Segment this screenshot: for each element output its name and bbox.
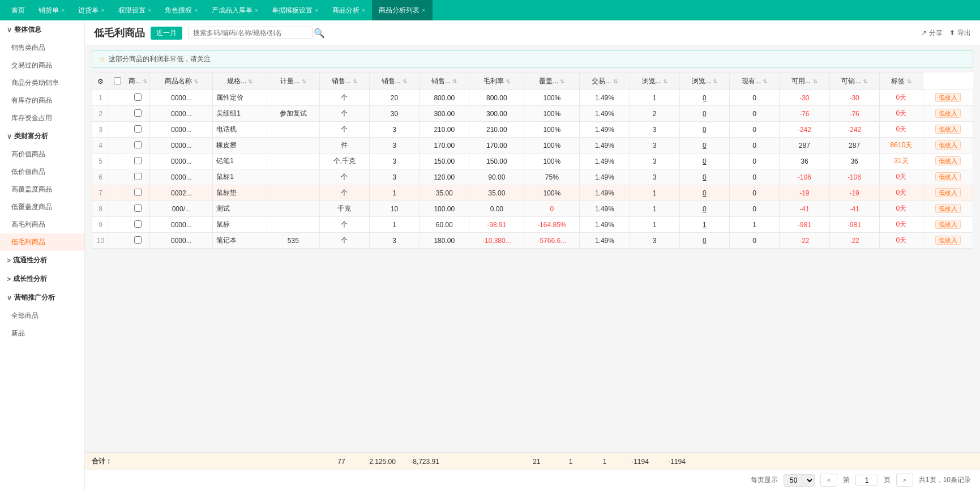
views2-col-header[interactable]: 浏览... ⇅ <box>679 73 729 90</box>
sidebar-item-category-sales-rate[interactable]: 商品分类助销率 <box>0 74 84 92</box>
search-input[interactable] <box>188 27 313 39</box>
close-icon[interactable]: × <box>315 7 318 14</box>
share-button[interactable]: ↗ 分享 <box>921 28 943 38</box>
sidebar-group-overall[interactable]: ∨ 整体信息 <box>0 20 84 39</box>
views1-link[interactable]: 0 <box>703 237 707 245</box>
next-page-button[interactable]: ＞ <box>896 474 913 487</box>
close-icon[interactable]: × <box>422 7 425 14</box>
checkbox-col-header[interactable] <box>109 73 126 90</box>
name-col-header[interactable]: 商品名称 ⇅ <box>150 73 213 90</box>
views1-link[interactable]: 0 <box>703 110 707 118</box>
tag-col-header[interactable]: 标签 ⇅ <box>879 73 923 90</box>
checkbox-cell[interactable] <box>126 233 150 249</box>
row-checkbox[interactable] <box>134 109 142 117</box>
sidebar-item-low-coverage[interactable]: 低覆盖度商品 <box>0 198 84 216</box>
sidebar-group-marketing[interactable]: ∨ 营销推广分析 <box>0 288 84 307</box>
checkbox-cell[interactable] <box>126 90 150 106</box>
nav-template-settings[interactable]: 单据模板设置 × <box>265 0 325 20</box>
views1-cell[interactable]: 0 <box>679 169 729 185</box>
views1-cell[interactable]: 0 <box>679 138 729 154</box>
unit-col-header[interactable]: 计量... ⇅ <box>267 73 320 90</box>
views1-cell[interactable]: 0 <box>679 201 729 217</box>
close-icon[interactable]: × <box>255 7 258 14</box>
sidebar-item-high-coverage[interactable]: 高覆盖度商品 <box>0 181 84 198</box>
sidebar-group-circulation[interactable]: > 流通性分析 <box>0 251 84 270</box>
row-checkbox[interactable] <box>134 220 142 228</box>
page-size-select[interactable]: 50 100 200 <box>784 474 815 487</box>
row-checkbox[interactable] <box>134 93 142 101</box>
checkbox-cell[interactable] <box>126 217 150 233</box>
nav-role-auth[interactable]: 角色授权 × <box>158 0 204 20</box>
checkbox-cell[interactable] <box>126 201 150 217</box>
checkbox-cell[interactable] <box>126 106 150 122</box>
prev-page-button[interactable]: ＜ <box>820 474 837 487</box>
row-checkbox[interactable] <box>134 125 142 133</box>
nav-product-analysis[interactable]: 商品分析 × <box>326 0 372 20</box>
nav-home[interactable]: 首页 <box>5 0 32 20</box>
select-all-checkbox[interactable] <box>114 77 121 84</box>
settings-col-header[interactable]: ⚙ <box>92 73 109 90</box>
table-container[interactable]: ⚙ 商... ⇅ 商品名称 ⇅ 规格... ⇅ 计量... ⇅ 销售... ⇅ … <box>85 73 980 452</box>
nav-product-analysis-list[interactable]: 商品分析列表 × <box>372 0 432 20</box>
views1-cell[interactable]: 1 <box>679 217 729 233</box>
period-button[interactable]: 近一月 <box>151 27 182 40</box>
close-icon[interactable]: × <box>148 7 151 14</box>
checkbox-cell[interactable] <box>126 185 150 201</box>
search-button[interactable]: 🔍 <box>314 28 325 39</box>
nav-permissions[interactable]: 权限设置 × <box>112 0 158 20</box>
row-checkbox[interactable] <box>134 157 142 164</box>
sales-qty-col-header[interactable]: 销售... ⇅ <box>319 73 369 90</box>
close-icon[interactable]: × <box>61 7 65 14</box>
close-icon[interactable]: × <box>362 7 365 14</box>
sidebar-item-high-value[interactable]: 高价值商品 <box>0 146 84 163</box>
nav-finished-goods[interactable]: 产成品入库单 × <box>205 0 265 20</box>
checkbox-cell[interactable] <box>126 122 150 138</box>
close-icon[interactable]: × <box>194 7 198 14</box>
sales-price-col-header[interactable]: 销售... ⇅ <box>369 73 419 90</box>
sidebar-item-all-products[interactable]: 全部商品 <box>0 307 84 325</box>
sidebar-group-growth[interactable]: > 成长性分析 <box>0 270 84 288</box>
views1-col-header[interactable]: 浏览... ⇅ <box>630 73 679 90</box>
coverage-col-header[interactable]: 覆盖... ⇅ <box>524 73 580 90</box>
sidebar-item-high-margin[interactable]: 高毛利商品 <box>0 216 84 233</box>
sidebar-item-traded-products[interactable]: 交易过的商品 <box>0 57 84 74</box>
saleable-col-header[interactable]: 可销... ⇅ <box>829 73 879 90</box>
views1-link[interactable]: 0 <box>703 157 707 165</box>
views1-cell[interactable]: 0 <box>679 154 729 169</box>
views1-cell[interactable]: 0 <box>679 233 729 249</box>
spec-col-header[interactable]: 规格... ⇅ <box>213 73 267 90</box>
available-col-header[interactable]: 可用... ⇅ <box>780 73 829 90</box>
nav-sales-order[interactable]: 销货单 × <box>32 0 71 20</box>
views1-link[interactable]: 0 <box>703 142 707 150</box>
row-checkbox[interactable] <box>134 173 142 180</box>
row-checkbox[interactable] <box>134 236 142 244</box>
views1-link[interactable]: 0 <box>703 126 707 134</box>
row-checkbox[interactable] <box>134 204 142 212</box>
close-icon[interactable]: × <box>101 7 104 14</box>
checkbox-cell[interactable] <box>126 154 150 169</box>
sidebar-item-sales-products[interactable]: 销售类商品 <box>0 39 84 57</box>
sidebar-item-low-value[interactable]: 低价值商品 <box>0 163 84 181</box>
views1-cell[interactable]: 0 <box>679 122 729 138</box>
code-col-header[interactable]: 商... ⇅ <box>126 73 150 90</box>
views1-cell[interactable]: 0 <box>679 185 729 201</box>
views1-link[interactable]: 0 <box>703 173 707 181</box>
sidebar-item-in-stock-products[interactable]: 有库存的商品 <box>0 92 84 109</box>
sidebar-item-new-products[interactable]: 新品 <box>0 325 84 342</box>
sales-amount-col-header[interactable]: 销售... ⇅ <box>420 73 469 90</box>
export-button[interactable]: ⬆ 导出 <box>949 28 971 38</box>
gross-rate-col-header[interactable]: 毛利率 ⇅ <box>469 73 524 90</box>
row-checkbox[interactable] <box>134 189 142 196</box>
views1-cell[interactable]: 0 <box>679 90 729 106</box>
page-number-input[interactable] <box>855 475 878 486</box>
sidebar-group-wealth[interactable]: ∨ 类财富分析 <box>0 127 84 146</box>
views1-cell[interactable]: 0 <box>679 106 729 122</box>
views1-link[interactable]: 0 <box>703 189 707 197</box>
checkbox-cell[interactable] <box>126 138 150 154</box>
views1-link[interactable]: 0 <box>703 205 707 213</box>
sidebar-item-inventory-capital[interactable]: 库存资金占用 <box>0 109 84 127</box>
views1-link[interactable]: 1 <box>703 221 707 229</box>
checkbox-cell[interactable] <box>126 169 150 185</box>
row-checkbox[interactable] <box>134 141 142 148</box>
views1-link[interactable]: 0 <box>703 94 707 102</box>
